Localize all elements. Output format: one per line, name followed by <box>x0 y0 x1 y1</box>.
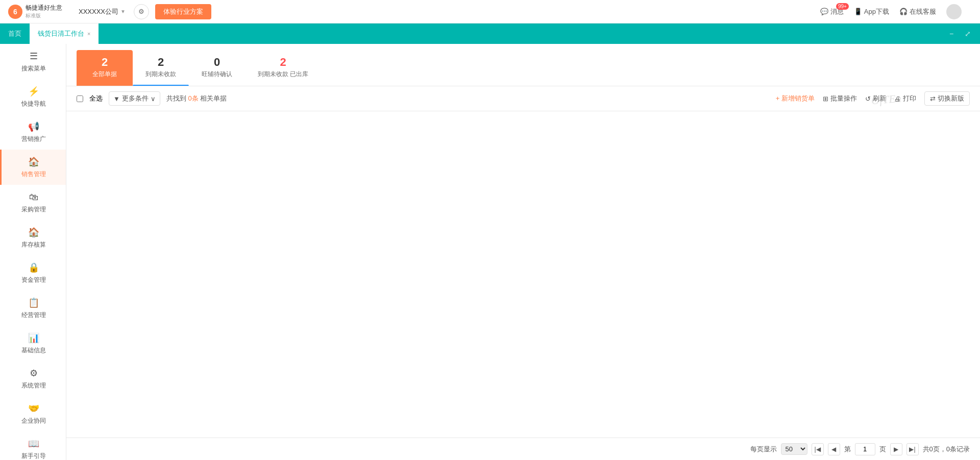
layout: ☰ 搜索菜单 ⚡ 快捷导航 📢 营销推广 🏠 销售管理 🛍 采购管理 🏠 库存核… <box>0 44 980 460</box>
inventory-icon: 🏠 <box>28 226 40 238</box>
stat-tab-pending[interactable]: 0 旺辅待确认 <box>189 50 245 86</box>
refresh-icon: ↺ <box>865 95 871 103</box>
dropdown-arrow-icon: ▼ <box>120 9 126 14</box>
batch-button[interactable]: ⊞ 批量操作 <box>823 94 857 103</box>
trial-button[interactable]: 体验行业方案 <box>155 4 211 19</box>
stat-count-pending: 0 <box>202 56 232 69</box>
page-input[interactable] <box>855 443 875 455</box>
guide-icon: 📖 <box>28 438 40 450</box>
settings-button[interactable]: ⚙ <box>134 4 149 19</box>
sidebar-item-cooperation[interactable]: 🤝 企业协同 <box>0 396 66 431</box>
logo-text: 畅捷通好生意 标准版 <box>26 4 62 19</box>
sidebar-item-guide[interactable]: 📖 新手引导 <box>0 431 66 460</box>
header-right: 💬 消息 99+ 📱 App下载 🎧 在线客服 <box>820 4 972 19</box>
page-label: 第 <box>844 445 851 454</box>
stat-label-shipped: 到期未收款 已出库 <box>258 70 308 79</box>
message-icon: 💬 <box>820 8 828 15</box>
pagination-summary: 共0页，0条记录 <box>923 445 970 454</box>
message-button[interactable]: 💬 消息 99+ <box>820 7 844 16</box>
print-icon: 🖨 <box>894 95 901 103</box>
stat-count-overdue: 2 <box>145 56 176 69</box>
system-icon: ⚙ <box>28 367 40 379</box>
prev-page-button[interactable]: ◀ <box>828 443 840 455</box>
per-page-label: 每页显示 <box>750 445 777 454</box>
page-unit: 页 <box>879 445 886 454</box>
purchase-icon: 🛍 <box>28 191 40 203</box>
add-order-button[interactable]: + 新增销货单 <box>776 94 815 103</box>
sidebar-item-search-menu[interactable]: ☰ 搜索菜单 <box>0 44 66 79</box>
filter-button[interactable]: ▼ 更多条件 ∨ <box>109 91 160 106</box>
switch-icon: ⇄ <box>930 95 936 103</box>
tab-right-actions: − ⤢ <box>945 28 980 40</box>
message-badge: 99+ <box>836 3 849 10</box>
online-service-button[interactable]: 🎧 在线客服 <box>899 7 936 16</box>
cooperation-icon: 🤝 <box>28 402 40 415</box>
top-header: 6 畅捷通好生意 标准版 XXXXXX公司 ▼ ⚙ 体验行业方案 💬 消息 99… <box>0 0 980 23</box>
switch-version-button[interactable]: ⇄ 切换新版 <box>924 91 970 106</box>
stat-count-shipped: 2 <box>258 56 308 69</box>
sidebar-item-inventory[interactable]: 🏠 库存核算 <box>0 220 66 255</box>
sidebar-item-quick-nav[interactable]: ⚡ 快捷导航 <box>0 79 66 114</box>
sidebar: ☰ 搜索菜单 ⚡ 快捷导航 📢 营销推广 🏠 销售管理 🛍 采购管理 🏠 库存核… <box>0 44 66 460</box>
basic-info-icon: 📊 <box>28 332 40 344</box>
service-icon: 🎧 <box>899 8 908 15</box>
stat-tab-shipped[interactable]: 2 到期未收款 已出库 <box>245 50 321 86</box>
first-page-button[interactable]: |◀ <box>812 443 824 455</box>
quick-nav-icon: ⚡ <box>28 85 40 98</box>
sidebar-item-system[interactable]: ⚙ 系统管理 <box>0 361 66 396</box>
tab-home[interactable]: 首页 <box>0 23 30 44</box>
marketing-icon: 📢 <box>28 120 40 133</box>
sales-icon: 🏠 <box>28 156 40 168</box>
minimize-icon[interactable]: − <box>945 28 958 40</box>
sidebar-item-purchase[interactable]: 🛍 采购管理 <box>0 185 66 220</box>
avatar[interactable] <box>946 4 962 19</box>
tab-workbench[interactable]: 钱货日清工作台 × <box>30 23 99 44</box>
stat-label-all: 全部单据 <box>89 70 120 79</box>
select-all-checkbox[interactable] <box>77 95 83 102</box>
logo-icon: 6 <box>8 5 22 19</box>
main-content: 2 全部单据 2 到期未收款 0 旺辅待确认 2 到期未收款 已出库 全选 ▼ … <box>66 44 980 460</box>
pagination: 每页显示 50 20 100 |◀ ◀ 第 页 ▶ ▶| 共0页，0条记录 <box>66 438 980 460</box>
sidebar-item-sales[interactable]: 🏠 销售管理 <box>0 150 66 185</box>
finance-icon: 🔒 <box>28 261 40 274</box>
found-count: 0条 <box>188 94 199 102</box>
per-page-select[interactable]: 50 20 100 <box>781 443 807 455</box>
sidebar-item-marketing[interactable]: 📢 营销推广 <box>0 114 66 150</box>
filter-dropdown-icon: ∨ <box>151 95 156 103</box>
search-menu-icon: ☰ <box>28 50 40 62</box>
sidebar-item-finance[interactable]: 🔒 资金管理 <box>0 255 66 290</box>
next-page-button[interactable]: ▶ <box>890 443 902 455</box>
stat-label-overdue: 到期未收款 <box>145 70 176 79</box>
table-area <box>66 111 980 438</box>
maximize-icon[interactable]: ⤢ <box>962 28 974 40</box>
close-tab-icon[interactable]: × <box>87 31 90 37</box>
company-selector[interactable]: XXXXXX公司 ▼ <box>75 5 130 18</box>
found-text: 共找到 0条 相关单据 <box>166 94 227 103</box>
company-name: XXXXXX公司 <box>79 7 118 16</box>
stats-tabs: 2 全部单据 2 到期未收款 0 旺辅待确认 2 到期未收款 已出库 <box>66 44 980 86</box>
stat-label-pending: 旺辅待确认 <box>202 70 232 79</box>
refresh-button[interactable]: ↺ 刷新 <box>865 94 886 103</box>
download-icon: 📱 <box>854 8 862 15</box>
stat-tab-all[interactable]: 2 全部单据 <box>77 50 133 86</box>
batch-icon: ⊞ <box>823 95 828 103</box>
select-all-label: 全选 <box>89 94 103 103</box>
stat-count-all: 2 <box>89 56 120 69</box>
toolbar-right: + 新增销货单 ⊞ 批量操作 ↺ 刷新 🖨 打印 ⇄ 切换新版 <box>776 91 970 106</box>
tab-bar: 首页 钱货日清工作台 × − ⤢ <box>0 23 980 44</box>
sidebar-item-basic-info[interactable]: 📊 基础信息 <box>0 326 66 361</box>
stat-tab-overdue[interactable]: 2 到期未收款 <box>133 50 189 86</box>
app-download-button[interactable]: 📱 App下载 <box>854 7 889 16</box>
toolbar: 全选 ▼ 更多条件 ∨ 共找到 0条 相关单据 + 新增销货单 ⊞ 批量操作 ↺… <box>66 86 980 111</box>
operation-icon: 📋 <box>28 297 40 309</box>
last-page-button[interactable]: ▶| <box>906 443 919 455</box>
sidebar-item-operation[interactable]: 📋 经营管理 <box>0 290 66 326</box>
filter-icon: ▼ <box>113 95 120 103</box>
logo-area: 6 畅捷通好生意 标准版 <box>8 4 75 19</box>
print-button[interactable]: 🖨 打印 <box>894 94 916 103</box>
